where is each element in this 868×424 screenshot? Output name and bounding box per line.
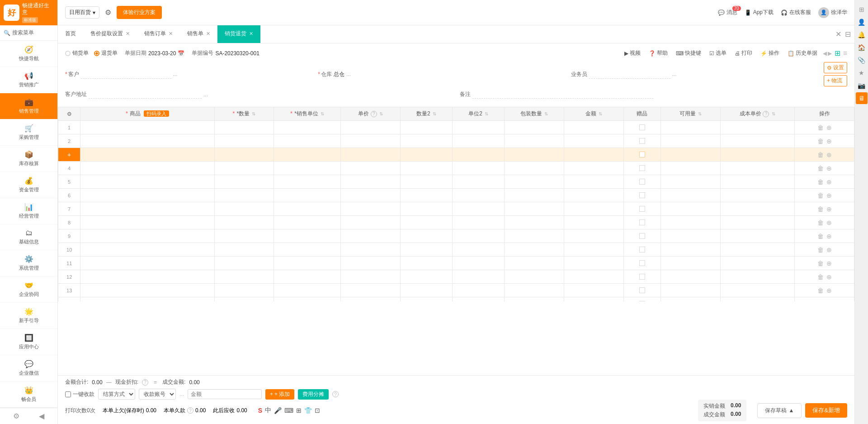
sidebar-item-quick-nav[interactable]: 🧭 快捷导航 <box>0 41 57 67</box>
tabs-close-all-icon[interactable]: ✕ <box>835 30 841 38</box>
toolbar-print-btn[interactable]: 🖨 打印 <box>732 48 755 58</box>
cost-info-icon[interactable]: ? <box>763 111 769 117</box>
keyboard-icon[interactable]: ⌨ <box>284 407 293 414</box>
price-cell[interactable] <box>341 134 401 148</box>
amount-input[interactable] <box>188 389 262 399</box>
settings-button[interactable]: ⚙ 设置 <box>824 62 847 73</box>
customer-input[interactable] <box>81 70 171 79</box>
pack-cell[interactable] <box>505 134 564 148</box>
qty2-sort-icon[interactable]: ⇅ <box>433 111 436 116</box>
tabs-layout-icon[interactable]: ⊟ <box>845 30 851 38</box>
panel-icon-8[interactable]: 🖥 <box>856 92 868 104</box>
cost-cell[interactable] <box>720 134 795 148</box>
sidebar-item-wechat[interactable]: 💬 企业微信 <box>0 355 57 381</box>
gift-checkbox[interactable] <box>639 247 645 252</box>
panel-icon-1[interactable]: ⊞ <box>856 4 868 15</box>
gift-checkbox[interactable] <box>639 219 645 225</box>
add-payment-button[interactable]: + + 添加 <box>265 389 294 400</box>
customer-dots[interactable]: ... <box>173 71 178 77</box>
available-cell-active[interactable] <box>661 148 721 162</box>
cost-cell-active[interactable] <box>720 148 795 162</box>
tab-order-close[interactable]: ✕ <box>169 31 173 37</box>
sidebar-settings-icon[interactable]: ⚙ <box>13 412 19 420</box>
gift-checkbox[interactable] <box>639 260 645 266</box>
message-btn[interactable]: 💬 消息 70 <box>718 9 737 16</box>
panel-icon-2[interactable]: 👤 <box>856 16 868 28</box>
col-gear[interactable]: ⚙ <box>58 107 80 121</box>
panel-icon-5[interactable]: 📎 <box>856 54 868 66</box>
gift-checkbox[interactable] <box>639 165 645 171</box>
delete-icon[interactable]: 🗑 <box>817 165 824 172</box>
delete-row-icon[interactable]: 🗑 <box>817 138 824 145</box>
sidebar-item-sales[interactable]: 💼 销售管理 <box>0 93 57 119</box>
app-download-btn[interactable]: 📱 App下载 <box>745 9 774 16</box>
discount-info-icon[interactable]: ? <box>142 379 148 386</box>
available-sort-icon[interactable]: ⇅ <box>698 111 702 116</box>
split-button[interactable]: 费用分摊 <box>298 389 329 400</box>
radio-sales[interactable]: 销货单 <box>65 49 89 57</box>
warehouse-dots[interactable]: ... <box>346 71 351 77</box>
available-cell[interactable] <box>661 134 721 148</box>
gift-checkbox[interactable] <box>639 233 645 239</box>
tab-delivery-close[interactable]: ✕ <box>206 31 210 37</box>
one-click-payment-check[interactable]: 一键收款 <box>65 391 94 398</box>
amount-cell-active[interactable] <box>564 148 624 162</box>
shirt-icon[interactable]: 👕 <box>304 407 312 414</box>
unit-cell[interactable] <box>274 121 341 134</box>
delete-active-icon[interactable]: 🗑 <box>817 151 824 158</box>
cost-sort-icon[interactable]: ⇅ <box>772 111 775 116</box>
pack-cell-active[interactable] <box>505 148 564 162</box>
product-cell[interactable] <box>80 134 214 148</box>
qty2-cell[interactable] <box>401 121 453 134</box>
unit-price-info-icon[interactable]: ? <box>371 111 377 117</box>
split-help-icon[interactable]: ? <box>332 391 339 397</box>
toolbar-select-btn[interactable]: ☑ 选单 <box>707 48 729 58</box>
sidebar-item-operation[interactable]: 📊 经营管理 <box>0 198 57 224</box>
copy-row-icon[interactable]: ⊕ <box>826 138 832 145</box>
toolbar-history-btn[interactable]: 📋 历史单据 <box>785 48 820 58</box>
price-sort-icon[interactable]: ⇅ <box>379 111 383 116</box>
customer-address-input[interactable] <box>89 90 202 99</box>
sidebar-item-guide[interactable]: 🌟 新手引导 <box>0 303 57 329</box>
salesman-dots[interactable]: ... <box>672 71 677 77</box>
more-icon[interactable]: ⊡ <box>315 407 320 414</box>
scan-input-btn[interactable]: 扫码录入 <box>144 110 169 117</box>
unit2-cell-active[interactable] <box>453 148 505 162</box>
table-scroll[interactable]: ⚙ 商品 扫码录入 *数量 ⇅ *销售单位 ⇅ 单价 ? ⇅ <box>58 107 854 301</box>
salesman-input[interactable] <box>589 70 670 79</box>
panel-icon-4[interactable]: 🏠 <box>856 42 868 53</box>
mic-icon[interactable]: 🎤 <box>274 407 282 414</box>
sidebar-item-purchase[interactable]: 🛒 采购管理 <box>0 119 57 146</box>
gift-checkbox[interactable] <box>639 301 645 301</box>
unit2-cell[interactable] <box>453 134 505 148</box>
qty-cell-active[interactable] <box>214 148 274 162</box>
qty2-cell[interactable] <box>401 134 453 148</box>
save-new-button[interactable]: 保存&新增 <box>805 403 847 418</box>
gift-checkbox[interactable] <box>639 138 645 144</box>
product-cell-active[interactable] <box>80 148 214 162</box>
gift-checkbox-active[interactable] <box>639 152 645 157</box>
sidebar-item-enterprise[interactable]: 🤝 企业协同 <box>0 276 57 303</box>
unit-cell-active[interactable] <box>274 148 341 162</box>
amount-cell[interactable] <box>564 121 624 134</box>
panel-icon-7[interactable]: 📷 <box>856 80 868 91</box>
toolbar-operate-btn[interactable]: ⚡ 操作 <box>758 48 782 58</box>
available-cell[interactable] <box>661 121 721 134</box>
product-cell[interactable] <box>80 121 214 134</box>
price-cell-active[interactable] <box>341 148 401 162</box>
remarks-input[interactable] <box>472 90 653 99</box>
qty-cell[interactable] <box>214 134 274 148</box>
sidebar-item-base[interactable]: 🗂 基础信息 <box>0 224 57 250</box>
gift-checkbox[interactable] <box>639 124 645 130</box>
grid-view-icon[interactable]: ⊞ <box>835 49 840 57</box>
tab-price-setting[interactable]: 售价提取设置 ✕ <box>83 25 137 43</box>
sidebar-item-appstore[interactable]: 🔲 应用中心 <box>0 329 57 355</box>
gift-checkbox[interactable] <box>639 192 645 198</box>
amount-cell[interactable] <box>564 134 624 148</box>
qr-icon[interactable]: ⊞ <box>296 407 302 414</box>
amount-sort-icon[interactable]: ⇅ <box>599 111 602 116</box>
sidebar-item-inventory[interactable]: 📦 库存核算 <box>0 146 57 172</box>
gift-checkbox[interactable] <box>639 287 645 293</box>
pack-cell[interactable] <box>505 121 564 134</box>
list-view-icon[interactable]: ≡ <box>843 49 847 57</box>
